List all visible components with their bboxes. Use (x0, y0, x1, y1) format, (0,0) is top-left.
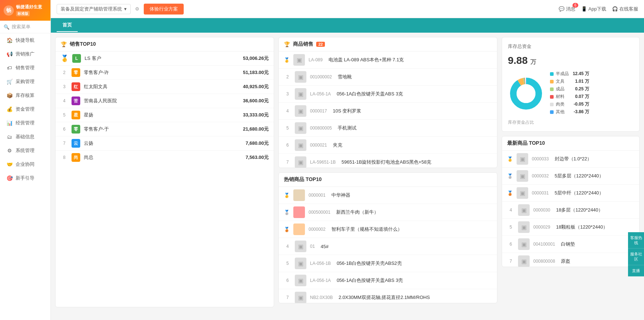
sidebar-label-7: 基础信息 (16, 134, 34, 140)
rank-num: 8 (61, 155, 68, 160)
sidebar-item-0[interactable]: 🏠快捷导航 (0, 33, 50, 47)
sidebar-label-2: 销售管理 (16, 65, 34, 71)
top-customers-title: 销售TOP10 (70, 41, 96, 48)
product-thumbnail: ▣ (295, 275, 306, 286)
list-item: 🥇 ▣ 0000033 封边带（1.0*22） (502, 151, 639, 168)
product-thumbnail: ▣ (295, 241, 306, 252)
product-thumb: ▣ (295, 71, 306, 83)
customer-avatar: 红 (72, 82, 80, 91)
product-name: 45# (321, 244, 492, 249)
list-item: 2 零 零售客户-许 51,183.00元 (56, 66, 274, 80)
rank-medal: 🥇 (284, 193, 290, 198)
sidebar-icon-1: 📢 (6, 51, 13, 57)
product-thumbnail: ▣ (518, 238, 530, 250)
sidebar-search[interactable]: 🔍 搜索菜单 (0, 21, 50, 33)
list-item: 5▣ LA-056-1B 056-1B白色按键开关壳ABS2壳 (279, 255, 497, 272)
product-name: 10S 变利罗浆 (333, 108, 492, 114)
product-code: 0000001 (309, 193, 326, 198)
list-item: 6 ▣ 0000021 夹克 (279, 137, 497, 154)
hot-products-header: 热销商品 TOP10 (279, 173, 497, 187)
product-thumbnail (293, 189, 305, 201)
sidebar-item-3[interactable]: 🛒采购管理 (0, 75, 50, 89)
sidebar-item-10[interactable]: 🎯新手引导 (0, 171, 50, 185)
messages-action[interactable]: 💬 消息 6 (559, 6, 575, 12)
product-name: 中华神器 (331, 192, 492, 198)
system-selector[interactable]: 装备及固定资产辅助管理系统 ▾ (57, 4, 131, 14)
list-item: 8 尚 尚总 7,563.00元 (56, 151, 274, 164)
product-name: 18多层（1220*2440） (556, 207, 634, 213)
rank-num: 6 (507, 242, 514, 247)
app-subtitle: 标准版 (16, 11, 30, 16)
sidebar-item-5[interactable]: 💰资金管理 (0, 102, 50, 116)
sidebar-label-10: 新手引导 (16, 175, 34, 181)
list-item: 2 ▣ 001000002 雪地靴 (279, 69, 497, 86)
customer-name: 尚总 (84, 154, 242, 161)
tab-home[interactable]: 首页 (57, 19, 78, 32)
sidebar-icon-10: 🎯 (6, 175, 13, 181)
customer-name: LS 客户 (85, 55, 239, 62)
middle-column: 🏆 商品销售 22 🥇 ▣ LA-089 电池盖 LA-089 ABS本色+黑种… (278, 37, 497, 307)
list-item: 7 ▣ 000800008 原盔 (502, 253, 639, 267)
customer-name: 红太阳文具 (84, 83, 239, 90)
float-btn-0[interactable]: 客服热线 (628, 232, 644, 249)
sidebar-item-4[interactable]: 📦库存核算 (0, 89, 50, 102)
legend-label: 肉类 (556, 101, 569, 107)
sidebar-icon-6: 📊 (6, 120, 13, 126)
rank-medal: 🥉 (507, 190, 513, 196)
product-thumbnail: ▣ (517, 187, 528, 199)
sidebar-item-9[interactable]: 🤝企业协同 (0, 157, 50, 171)
sidebar-item-8[interactable]: ⚙系统管理 (0, 144, 50, 157)
customer-amount: 7,563.00元 (245, 154, 269, 161)
float-btn-1[interactable]: 服务社区 (628, 249, 644, 265)
sidebar-icon-7: 🗂 (6, 134, 13, 140)
inventory-legend: 半成品 12.45 万 文具 1.01 万 成品 0.25 万 材料 0.07 … (550, 71, 589, 116)
product-code: 000800005 (310, 126, 332, 131)
list-item: 🥇 0000001 中华神器 (279, 187, 497, 204)
product-name: 5层中纤（1220*2440） (555, 190, 634, 196)
customers-list: 🥇 L LS 客户 53,006.26元2 零 零售客户-许 51,183.00… (56, 52, 274, 164)
legend-value: -3.86 万 (571, 109, 589, 115)
customer-name: 零售客户-许 (84, 69, 239, 76)
rank-num: 7 (61, 141, 68, 146)
legend-value: 0.25 万 (571, 86, 589, 92)
product-code: 0000033 (532, 156, 549, 161)
sidebar-item-7[interactable]: 🗂基础信息 (0, 130, 50, 144)
product-name: 056-1A白色按键开关盖ABS 3克 (337, 91, 492, 97)
list-item: 4 苦 苦南县人民医院 36,600.00元 (56, 94, 274, 108)
app-download-action[interactable]: 📱 App下载 (581, 6, 606, 12)
customer-amount: 51,183.00元 (243, 69, 269, 76)
inventory-unit: 万 (530, 59, 536, 65)
rank-num: 2 (61, 70, 68, 75)
legend-value: 0.07 万 (571, 94, 589, 100)
product-code: 000800008 (533, 259, 555, 264)
settings-icon[interactable]: ⚙ (135, 6, 139, 12)
inventory-chart-label: 库存资金占比 (508, 119, 633, 126)
legend-color (550, 87, 554, 91)
product-code: 000500001 (309, 210, 330, 215)
product-thumb: ▣ (295, 156, 306, 168)
customer-avatar: L (72, 54, 81, 63)
trial-button[interactable]: 体验行业方案 (144, 4, 184, 15)
topbar: 装备及固定资产辅助管理系统 ▾ ⚙ 体验行业方案 💬 消息 6 📱 App下载 … (51, 0, 644, 18)
float-btn-2[interactable]: 直播 (628, 265, 644, 276)
rank-medal: 🥇 (507, 156, 513, 162)
list-item: 6 ▣ 004100001 白钢垫 (502, 236, 639, 253)
list-item: 7▣ NB2.0X30B 2.0X30MM双搓花轴,搓花直径2.1MM/ROHS (279, 289, 497, 303)
rank-num: 7 (284, 160, 291, 165)
product-name: 新西兰牛肉（新牛） (336, 209, 492, 216)
sidebar-label-6: 经营管理 (16, 120, 34, 126)
rank-num: 5 (507, 225, 514, 230)
sidebar-item-1[interactable]: 📢营销推广 (0, 47, 50, 61)
product-thumbnail: ▣ (295, 292, 306, 303)
list-item: 5 ▣ 000800005 手机测试 (279, 120, 497, 137)
sidebar-item-2[interactable]: 🏷销售管理 (0, 61, 50, 75)
customer-amount: 40,925.00元 (243, 83, 269, 90)
product-code: 001000002 (310, 74, 332, 79)
product-name: 雪地靴 (338, 74, 492, 80)
online-service-action[interactable]: 🎧 在线客服 (612, 6, 638, 12)
top-customers-panel: 🏆 销售TOP10 🥇 L LS 客户 53,006.26元2 零 零售客户-许… (55, 37, 274, 307)
sidebar-item-6[interactable]: 📊经营管理 (0, 116, 50, 130)
sidebar-logo: 畅 畅捷通好生意 标准版 (0, 0, 50, 21)
topbar-actions: 💬 消息 6 📱 App下载 🎧 在线客服 (559, 6, 638, 12)
hot-products-list: 🥇 0000001 中华神器🥈 000500001 新西兰牛肉（新牛）🥉 000… (279, 187, 497, 303)
